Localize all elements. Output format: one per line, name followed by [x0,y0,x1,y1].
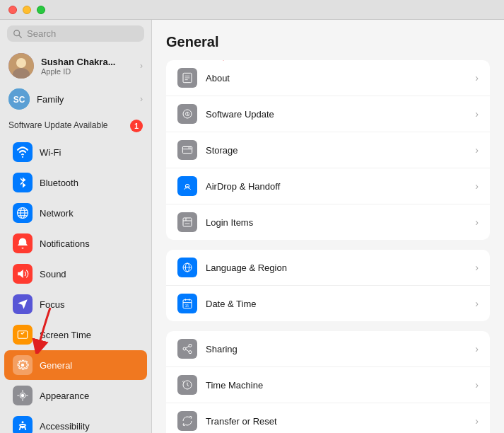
update-text: Software Update Available [8,120,124,132]
search-input-wrap[interactable] [7,25,144,42]
update-row[interactable]: Software Update Available 1 [0,114,151,137]
family-row[interactable]: SC Family › [0,84,151,114]
svg-point-33 [189,147,190,148]
user-name: Sushan Chakra... [41,57,115,67]
language-region-chevron-icon: › [475,262,479,273]
family-label: Family [37,94,64,105]
settings-row-transfer-reset[interactable]: Transfer or Reset › [166,403,490,433]
sidebar-item-general[interactable]: General [4,350,147,380]
software-update-label: Software Update [206,109,467,120]
sidebar-label-appearance: Appearance [40,391,89,401]
settings-row-date-time[interactable]: 15 Date & Time › [166,286,490,321]
language-region-label: Language & Region [206,262,467,273]
sidebar-item-network[interactable]: Network [4,198,147,228]
svg-point-49 [183,347,186,350]
login-items-chevron-icon: › [475,216,479,228]
about-row-icon [177,68,197,88]
svg-point-50 [189,351,192,354]
sharing-row-icon [177,339,197,359]
settings-row-software-update[interactable]: Software Update › [166,96,490,132]
family-avatar: SC [8,88,30,110]
sidebar-label-network: Network [40,208,74,219]
language-region-row-icon [177,258,197,277]
sidebar-scroll: Wi-Fi Bluetooth [0,137,151,433]
svg-point-48 [189,344,192,347]
software-update-chevron-icon: › [475,108,479,120]
settings-row-login-items[interactable]: Login Items › [166,204,490,240]
update-badge: 1 [130,120,143,132]
sidebar-label-screentime: Screen Time [40,330,91,340]
date-time-label: Date & Time [206,299,467,309]
avatar [8,53,34,79]
time-machine-label: Time Machine [206,380,467,391]
about-chevron-icon: › [475,72,479,83]
sidebar-label-focus: Focus [40,299,64,310]
sidebar-item-appearance[interactable]: Appearance [4,381,147,410]
notifications-icon [13,233,33,253]
sidebar-item-focus[interactable]: Focus [4,289,147,319]
svg-point-23 [22,421,24,423]
svg-point-7 [22,156,23,158]
about-label: About [206,73,467,83]
main-layout: Sushan Chakra... Apple ID › SC Family › … [0,20,504,433]
appearance-icon [13,386,33,405]
date-time-row-icon: 15 [177,294,197,313]
settings-row-about[interactable]: About › [166,60,490,96]
sidebar-item-screentime[interactable]: Screen Time [4,320,147,350]
svg-text:15: 15 [185,304,189,308]
family-chevron-icon: › [140,94,143,104]
sidebar-item-sound[interactable]: Sound [4,259,147,289]
sidebar-label-bluetooth: Bluetooth [40,178,78,188]
settings-row-airdrop[interactable]: AirDrop & Handoff › [166,168,490,204]
svg-text:SC: SC [13,95,25,105]
sidebar-item-accessibility[interactable]: Accessibility [4,411,147,433]
settings-row-storage[interactable]: Storage › [166,132,490,168]
svg-rect-31 [182,146,192,153]
login-items-row-icon [177,212,197,232]
minimize-button[interactable] [23,6,31,14]
focus-icon [13,294,33,314]
svg-line-1 [19,35,22,37]
settings-row-language-region[interactable]: Language & Region › [166,250,490,286]
user-subtitle: Apple ID [41,67,115,76]
search-bar [0,20,151,47]
time-machine-chevron-icon: › [475,379,479,391]
sidebar-label-general: General [40,360,72,371]
sidebar-label-accessibility: Accessibility [40,421,90,432]
sidebar-label-wifi: Wi-Fi [40,147,61,158]
settings-row-sharing[interactable]: Sharing › [166,331,490,367]
settings-row-time-machine[interactable]: Time Machine › [166,367,490,403]
main-content: General [152,20,504,433]
date-time-chevron-icon: › [475,298,479,309]
sidebar-item-notifications[interactable]: Notifications [4,229,147,258]
user-info: Sushan Chakra... Apple ID [41,57,115,76]
user-profile[interactable]: Sushan Chakra... Apple ID › [0,47,151,84]
transfer-reset-row-icon [177,411,197,431]
transfer-reset-label: Transfer or Reset [206,416,467,427]
transfer-reset-chevron-icon: › [475,415,479,427]
airdrop-row-icon [177,176,197,196]
svg-point-3 [16,58,26,68]
storage-chevron-icon: › [475,144,479,156]
maximize-button[interactable] [37,6,45,14]
sidebar: Sushan Chakra... Apple ID › SC Family › … [0,20,152,433]
close-button[interactable] [8,6,17,14]
svg-line-51 [186,346,189,348]
search-input[interactable] [27,28,139,39]
sidebar-item-wifi[interactable]: Wi-Fi [4,137,147,167]
sidebar-label-sound: Sound [40,269,66,279]
user-chevron-icon: › [140,61,143,71]
settings-group-2: Language & Region › 15 Date & Time › [166,250,490,321]
accessibility-icon [13,416,33,433]
settings-group-1: About › Software Update › [166,60,490,240]
screentime-icon [13,325,33,345]
wifi-icon [13,142,33,162]
sidebar-label-notifications: Notifications [40,238,90,249]
storage-label: Storage [206,145,467,156]
storage-row-icon [177,140,197,160]
software-update-row-icon [177,104,197,124]
svg-marker-13 [18,270,23,278]
search-icon [13,29,23,39]
svg-point-34 [188,147,189,148]
sidebar-item-bluetooth[interactable]: Bluetooth [4,168,147,197]
